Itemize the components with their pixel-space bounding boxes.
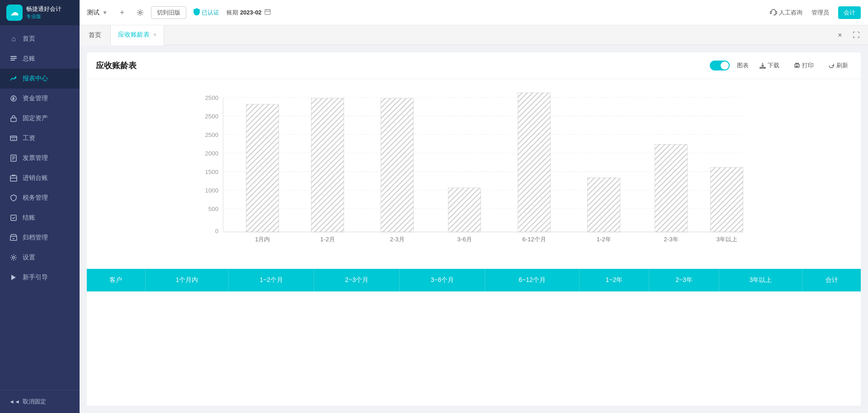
svg-text:2500: 2500 <box>205 131 218 138</box>
refresh-icon <box>828 62 835 69</box>
svg-text:1-2月: 1-2月 <box>320 236 335 243</box>
col-total: 合计 <box>802 269 861 291</box>
refresh-button[interactable]: 刷新 <box>825 60 852 71</box>
assets-icon <box>9 114 18 123</box>
print-label: 打印 <box>802 61 814 70</box>
svg-text:2500: 2500 <box>205 113 218 120</box>
consult-label: 人工咨询 <box>779 9 802 17</box>
svg-text:1-2年: 1-2年 <box>596 236 611 243</box>
sidebar-item-guide-label: 新手引导 <box>23 273 48 282</box>
svg-rect-5 <box>10 136 17 141</box>
sidebar-item-home[interactable]: ⌂ 首页 <box>0 29 80 49</box>
cancel-fixed-button[interactable]: ◄◄ 取消固定 <box>9 395 71 408</box>
svg-rect-39 <box>448 188 481 232</box>
sidebar-item-settings[interactable]: 设置 <box>0 248 80 268</box>
tab-home-label: 首页 <box>89 31 101 39</box>
sidebar-item-invoices[interactable]: 发票管理 <box>0 148 80 168</box>
switch-old-version-button[interactable]: 切到旧版 <box>151 6 186 19</box>
col-1month: 1个月内 <box>145 269 228 291</box>
headset-icon <box>770 8 777 17</box>
sidebar-item-reports-label: 报表中心 <box>23 75 48 83</box>
sidebar-item-home-label: 首页 <box>23 35 35 43</box>
sidebar-item-archive-label: 归档管理 <box>23 234 48 242</box>
aging-table: 客户 1个月内 1~2个月 2~3个月 3~6个月 6~12个月 1~2年 2~… <box>87 269 861 291</box>
sidebar-item-closing[interactable]: 结账 <box>0 208 80 228</box>
table-wrapper: 客户 1个月内 1~2个月 2~3个月 3~6个月 6~12个月 1~2年 2~… <box>87 269 861 406</box>
sidebar-item-ledger-label: 总账 <box>23 55 35 63</box>
chart-container: 2500 2500 2500 2000 1500 1000 500 0 <box>87 79 861 269</box>
sidebar-footer: ◄◄ 取消固定 <box>0 390 80 413</box>
user-button[interactable]: 管理员 <box>808 7 833 19</box>
shield-icon <box>193 8 200 17</box>
svg-rect-43 <box>588 178 620 232</box>
sidebar-item-assets[interactable]: 固定资产 <box>0 108 80 128</box>
sidebar-item-funds-label: 资金管理 <box>23 94 48 103</box>
tab-receivable-aging-label: 应收账龄表 <box>118 31 150 39</box>
sidebar-item-funds[interactable]: 资金管理 <box>0 89 80 108</box>
sidebar-item-tax[interactable]: 税务管理 <box>0 188 80 208</box>
verified-badge: 已认证 <box>193 8 219 17</box>
download-button[interactable]: 下载 <box>756 60 783 71</box>
settings-icon <box>9 253 18 262</box>
col-1-2month: 1~2个月 <box>229 269 314 291</box>
app-logo-icon: ☁ <box>6 5 23 21</box>
sidebar: ☁ 畅捷通好会计 专业版 ⌂ 首页 总账 报表中心 资金管理 <box>0 0 80 413</box>
svg-rect-47 <box>711 168 743 232</box>
page-header: 应收账龄表 图表 下载 打印 刷新 <box>87 52 861 79</box>
company-selector[interactable]: 测试 ▼ <box>87 9 108 17</box>
period-info: 账期 2023-02 <box>226 9 271 17</box>
main-container: 测试 ▼ ＋ 切到旧版 已认证 账期 2023-02 <box>80 0 868 413</box>
app-logo-text: 畅捷通好会计 专业版 <box>26 5 61 19</box>
reports-icon <box>9 74 18 83</box>
calendar-icon[interactable] <box>264 9 271 16</box>
window-close-button[interactable]: × <box>834 29 846 42</box>
svg-text:2-3年: 2-3年 <box>664 236 678 243</box>
sidebar-item-ledger[interactable]: 总账 <box>0 49 80 69</box>
tab-bar: 首页 应收账龄表 × × ⛶ <box>80 25 868 45</box>
sidebar-nav: ⌂ 首页 总账 报表中心 资金管理 固定资产 <box>0 25 80 390</box>
refresh-label: 刷新 <box>836 61 848 70</box>
sidebar-item-purchases[interactable]: 进销台账 <box>0 168 80 188</box>
window-expand-button[interactable]: ⛶ <box>850 29 863 42</box>
sidebar-item-purchases-label: 进销台账 <box>23 174 48 182</box>
sidebar-item-guide[interactable]: 新手引导 <box>0 268 80 287</box>
col-3-6month: 3~6个月 <box>400 269 485 291</box>
tab-home[interactable]: 首页 <box>80 25 111 45</box>
svg-rect-4 <box>11 118 16 122</box>
chart-toggle[interactable] <box>710 61 730 70</box>
sidebar-item-assets-label: 固定资产 <box>23 114 48 122</box>
svg-text:1月内: 1月内 <box>255 236 270 243</box>
svg-rect-13 <box>265 9 270 14</box>
print-button[interactable]: 打印 <box>790 60 817 71</box>
svg-text:2-3月: 2-3月 <box>390 236 404 243</box>
top-header: 测试 ▼ ＋ 切到旧版 已认证 账期 2023-02 <box>80 0 868 25</box>
svg-text:0: 0 <box>215 228 218 235</box>
add-button[interactable]: ＋ <box>115 5 129 20</box>
sidebar-item-wages[interactable]: 工资 <box>0 128 80 148</box>
page-title: 应收账龄表 <box>96 60 137 71</box>
tab-actions: × ⛶ <box>834 29 868 42</box>
print-icon <box>794 62 800 69</box>
accounting-button[interactable]: 会计 <box>838 6 861 19</box>
download-label: 下载 <box>768 61 779 70</box>
tab-receivable-aging[interactable]: 应收账龄表 × <box>111 25 164 45</box>
consult-button[interactable]: 人工咨询 <box>770 8 802 17</box>
svg-point-12 <box>139 11 141 14</box>
table-header-row: 客户 1个月内 1~2个月 2~3个月 3~6个月 6~12个月 1~2年 2~… <box>87 269 861 291</box>
tab-close-icon[interactable]: × <box>153 32 156 38</box>
ledger-icon <box>9 54 18 63</box>
sidebar-item-tax-label: 税务管理 <box>23 194 48 202</box>
unpin-icon: ◄◄ <box>9 399 20 405</box>
col-2-3month: 2~3个月 <box>314 269 400 291</box>
svg-rect-37 <box>381 99 414 232</box>
sidebar-item-reports[interactable]: 报表中心 <box>0 69 80 89</box>
sidebar-item-archive[interactable]: 归档管理 <box>0 228 80 248</box>
svg-rect-2 <box>10 60 15 61</box>
settings-header-button[interactable] <box>133 5 147 20</box>
wages-icon <box>9 134 18 143</box>
svg-rect-0 <box>10 56 17 57</box>
verified-label: 已认证 <box>202 9 219 17</box>
svg-rect-1 <box>10 58 17 59</box>
svg-rect-35 <box>311 99 344 232</box>
col-2-3year: 2~3年 <box>649 269 719 291</box>
